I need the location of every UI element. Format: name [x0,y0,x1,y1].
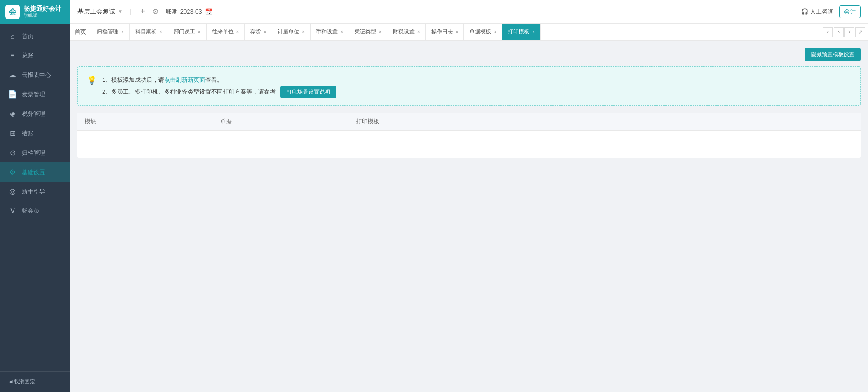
tab-voucher-type-close[interactable]: × [379,29,382,34]
tab-currency[interactable]: 币种设置 × [311,24,349,41]
invoice-icon: 📄 [8,90,17,99]
logo-text-block: 畅捷通好会计 旗舰版 [24,5,61,19]
tab-inventory-close[interactable]: × [264,29,266,34]
tab-tax-setting-close[interactable]: × [417,29,420,34]
sidebar-item-invoice[interactable]: 📄 发票管理 [0,85,70,104]
logo-subtitle: 旗舰版 [24,12,61,19]
sidebar-item-ledger[interactable]: ≡ 总账 [0,46,70,65]
tab-tax-setting-label: 财税设置 [393,28,415,36]
tab-expand-button[interactable]: ⤢ [855,27,865,37]
closing-icon: ⊞ [8,129,17,137]
tax-icon: ◈ [8,109,17,118]
hide-template-button[interactable]: 隐藏预置模板设置 [805,48,861,61]
tab-voucher-type-label: 凭证类型 [354,28,376,36]
tab-next-button[interactable]: › [834,27,844,37]
sidebar-item-guide[interactable]: ◎ 新手引导 [0,182,70,201]
sidebar-item-closing[interactable]: ⊞ 结账 [0,123,70,143]
period-value: 2023-03 [180,8,202,15]
tab-department-close[interactable]: × [198,29,201,34]
sidebar-item-label: 云报表中心 [22,71,51,79]
home-icon: ⌂ [8,33,17,41]
tab-unit[interactable]: 计量单位 × [272,24,311,41]
tab-archive-label: 归档管理 [97,28,118,36]
tabbar: 首页 归档管理 × 科目期初 × 部门员工 × 往来单位 × 存货 × 计量单位… [70,24,868,41]
tab-unit-label: 计量单位 [278,28,299,36]
tab-supplier-label: 往来单位 [212,28,234,36]
sidebar-item-tax[interactable]: ◈ 税务管理 [0,104,70,123]
sidebar: 会 畅捷通好会计 旗舰版 ⌂ 首页 ≡ 总账 ☁ 云报表中心 📄 发票管理 ◈ … [0,0,70,392]
tab-department-label: 部门员工 [174,28,195,36]
sidebar-item-label: 畅会员 [22,207,39,215]
tab-subject[interactable]: 科目期初 × [130,24,168,41]
info-line1-suffix: 查看。 [205,76,223,83]
info-box: 💡 1、模板添加成功后，请点击刷新新页面查看。 2、多员工、多打印机、多种业务类… [77,66,861,106]
tab-tax-setting[interactable]: 财税设置 × [387,24,426,41]
table-header: 模块 单据 打印模板 [77,113,861,131]
topbar-right: 🎧 人工咨询 会计 [801,5,861,18]
tab-inventory[interactable]: 存货 × [245,24,272,41]
sidebar-item-label: 归档管理 [22,149,45,157]
service-button[interactable]: 🎧 人工咨询 [801,8,834,16]
company-name: 基层工会测试 [77,8,115,16]
tab-single-form[interactable]: 单据模板 × [464,24,502,41]
sidebar-item-label: 发票管理 [22,90,45,99]
sidebar-item-label: 新手引导 [22,188,45,196]
info-line2: 2、多员工、多打印机、多种业务类型设置不同打印方案等，请参考 打印场景设置说明 [102,86,851,98]
tab-supplier[interactable]: 往来单位 × [207,24,245,41]
unpin-button[interactable]: ◄取消固定 [0,371,70,392]
calendar-icon[interactable]: 📅 [205,8,212,15]
tab-currency-close[interactable]: × [340,29,343,34]
service-label: 人工咨询 [810,8,834,16]
tab-home-label: 首页 [75,28,86,36]
print-scene-button[interactable]: 打印场景设置说明 [280,86,336,98]
info-line1-link[interactable]: 点击刷新新页面 [164,76,205,83]
sidebar-item-reports[interactable]: ☁ 云报表中心 [0,65,70,85]
tab-inventory-label: 存货 [250,28,261,36]
add-tab-button[interactable]: + [138,7,147,16]
tab-supplier-close[interactable]: × [236,29,239,34]
cloud-icon: ☁ [8,71,17,79]
company-selector[interactable]: 基层工会测试 ▼ [77,8,123,16]
info-text-block: 1、模板添加成功后，请点击刷新新页面查看。 2、多员工、多打印机、多种业务类型设… [102,74,851,98]
info-line1-prefix: 1、模板添加成功后，请 [102,76,164,83]
sidebar-item-label: 总账 [22,52,33,60]
tab-prev-button[interactable]: ‹ [823,27,833,37]
tab-operation-log[interactable]: 操作日志 × [426,24,464,41]
tab-archive-close[interactable]: × [121,29,124,34]
tab-subject-label: 科目期初 [135,28,157,36]
sidebar-item-archive[interactable]: ⊙ 归档管理 [0,143,70,162]
tab-subject-close[interactable]: × [160,29,162,34]
settings-button[interactable]: ⚙ [152,7,159,16]
tab-print-template[interactable]: 打印模板 × [502,24,541,41]
sidebar-nav: ⌂ 首页 ≡ 总账 ☁ 云报表中心 📄 发票管理 ◈ 税务管理 ⊞ 结账 ⊙ 归… [0,24,70,371]
tab-operation-log-close[interactable]: × [456,29,458,34]
tab-single-form-close[interactable]: × [494,29,496,34]
sidebar-item-home[interactable]: ⌂ 首页 [0,27,70,46]
tab-department[interactable]: 部门员工 × [168,24,207,41]
bulb-icon: 💡 [87,75,97,85]
tab-print-template-label: 打印模板 [508,28,529,36]
template-table: 模块 单据 打印模板 [77,113,861,158]
tabbar-nav: ‹ › × ⤢ [820,27,868,37]
col-document-header: 单据 [220,118,356,126]
tab-home[interactable]: 首页 [70,24,91,41]
content-header: 隐藏预置模板设置 [77,48,861,61]
tab-archive[interactable]: 归档管理 × [91,24,130,41]
sidebar-item-label: 基础设置 [22,168,45,176]
member-icon: V [8,207,17,215]
kuaiji-button[interactable]: 会计 [839,5,861,18]
sidebar-item-label: 税务管理 [22,110,45,118]
sidebar-item-basic[interactable]: ⚙ 基础设置 [0,162,70,182]
topbar: 基层工会测试 ▼ | + ⚙ 账期 2023-03 📅 🎧 人工咨询 会计 [70,0,868,24]
logo-title: 畅捷通好会计 [24,5,61,13]
tab-unit-close[interactable]: × [302,29,305,34]
sidebar-item-member[interactable]: V 畅会员 [0,201,70,220]
content-area: 隐藏预置模板设置 💡 1、模板添加成功后，请点击刷新新页面查看。 2、多员工、多… [70,41,868,392]
guide-icon: ◎ [8,187,17,196]
period-display: 账期 2023-03 📅 [166,8,212,16]
tab-voucher-type[interactable]: 凭证类型 × [349,24,387,41]
divider: | [130,8,131,15]
tab-print-template-close[interactable]: × [532,29,535,34]
tab-close-all-button[interactable]: × [844,27,854,37]
col-template-header: 打印模板 [356,118,854,126]
